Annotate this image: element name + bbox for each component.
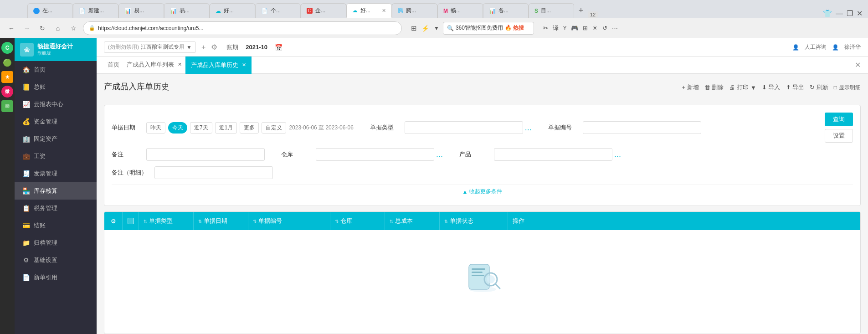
back-btn[interactable]: ← [5,22,17,34]
sidebar-item-salary[interactable]: 💼 工资 [15,148,97,165]
more-icon[interactable]: ⋯ [612,25,618,31]
tab-ge2[interactable]: 📊 各... [483,3,529,18]
icon-bar-mail[interactable]: ✉ [1,100,13,112]
home-btn[interactable]: ⌂ [52,22,64,34]
query-btn[interactable]: 查询 [825,113,853,126]
delete-btn[interactable]: 🗑 删除 [704,83,724,92]
sidebar-item-fixed-asset[interactable]: 🏢 固定资产 [15,130,97,148]
warehouse-input[interactable] [316,148,434,161]
reload-btn[interactable]: ↻ [36,22,48,34]
refresh2-icon[interactable]: ↺ [602,25,607,31]
new-tab-btn[interactable]: + [574,3,588,18]
th-gear[interactable]: ⚙ [104,212,123,230]
th-doc-date[interactable]: ⇅ 单据日期 [194,212,248,230]
tab-ge[interactable]: 📄 个... [255,3,301,18]
calendar-icon[interactable]: 📅 [275,44,282,51]
minimize-btn[interactable]: — [836,10,843,18]
lightning-icon[interactable]: ⚡ [421,25,429,32]
sidebar-item-fund[interactable]: 💰 资金管理 [15,113,97,130]
print-dropdown-icon[interactable]: ▼ [750,84,756,91]
refresh-btn[interactable]: ↻ 刷新 [810,83,828,92]
date-btn-custom[interactable]: 自定义 [262,122,286,134]
collapse-filter-btn[interactable]: ▲ 收起更多条件 [112,185,853,198]
add-btn[interactable]: + 新增 [682,83,699,92]
th-doc-status[interactable]: ⇅ 单据状态 [440,212,508,230]
company-selector[interactable]: (勿删勿禁用) 江西酿宝测试专用 ▼ [104,41,196,53]
tab-new[interactable]: 📄 新建... [73,3,118,18]
tab-hao1[interactable]: ☁ 好... [210,3,255,18]
tab-qi[interactable]: C 企... [301,3,346,18]
sidebar-item-home[interactable]: 🏠 首页 [15,61,97,78]
doc-no-input[interactable] [583,121,701,134]
breadcrumb-home[interactable]: 首页 [104,57,123,74]
product-dots[interactable]: ... [614,150,621,159]
tab-chang[interactable]: M 畅... [437,3,483,18]
breadcrumb-history[interactable]: 产成品入库单历史 ✕ [185,57,252,74]
date-btn-today[interactable]: 今天 [168,122,187,134]
product-input[interactable] [494,148,612,161]
show-cols-checkbox[interactable]: □ [834,84,837,91]
top-settings-btn[interactable]: ⚙ [211,43,217,51]
th-total-cost[interactable]: ⇅ 总成本 [385,212,440,230]
sidebar-item-settings[interactable]: ⚙ 基础设置 [15,252,97,269]
date-btn-7days[interactable]: 近7天 [190,122,212,134]
search-bar[interactable]: 🔍 360智能抠图免费用 🔥 热搜 [443,22,534,35]
date-btn-yesterday[interactable]: 昨天 [146,122,165,134]
tab-yi1[interactable]: 📊 易... [118,3,164,18]
set-btn[interactable]: 设置 [825,129,853,143]
icon-bar-weibo[interactable]: 微 [1,86,13,98]
export-btn[interactable]: ⬆ 导出 [786,83,805,92]
sidebar-item-settlement[interactable]: 💳 结账 [15,217,97,234]
date-btn-more[interactable]: 更多 [240,122,259,134]
sidebar-item-cloud-report[interactable]: 📈 云报表中心 [15,96,97,113]
translate-icon[interactable]: 译 [553,24,559,32]
ai-consult-label[interactable]: 人工咨询 [805,43,827,51]
maximize-btn[interactable]: ❐ [847,9,853,18]
th-doc-no[interactable]: ⇅ 单据编号 [248,212,330,230]
sidebar-item-tax[interactable]: 📋 税务管理 [15,200,97,217]
list-tab-close[interactable]: ✕ [178,62,182,67]
warehouse-dots[interactable]: ... [436,150,443,159]
scissors-icon[interactable]: ✂ [543,25,548,31]
tab-count[interactable]: 12 [588,11,598,18]
sidebar-item-invoice[interactable]: 🧾 发票管理 [15,165,97,182]
tab-yi2[interactable]: 📊 易... [164,3,210,18]
icon-bar-star[interactable]: ★ [1,71,13,83]
th-checkbox[interactable] [123,212,139,230]
import-btn[interactable]: ⬇ 导入 [762,83,781,92]
grid-icon[interactable]: ⊞ [411,24,417,32]
th-warehouse[interactable]: ⇅ 仓库 [330,212,385,230]
note-input[interactable] [146,148,265,161]
apps-icon[interactable]: ⊞ [583,25,588,31]
sidebar-item-archive[interactable]: 📁 归档管理 [15,234,97,252]
game-icon[interactable]: 🎮 [571,25,578,31]
icon-bar-chanjet[interactable]: 🟢 [1,57,13,68]
dropdown-icon[interactable]: ▼ [434,25,439,31]
breadcrumb-list[interactable]: 产成品入库单列表 ✕ [123,57,185,74]
header-checkbox[interactable] [128,218,134,224]
tab-hao2-active[interactable]: ☁ 好... ✕ [346,3,392,18]
close-browser-btn[interactable]: ✕ [857,9,863,18]
icon-bar-logo[interactable]: C [1,42,13,54]
url-bar[interactable]: 🔒 https://cloud.chanjet.com/accounting/u… [83,21,402,35]
th-doc-type[interactable]: ⇅ 单据类型 [139,212,194,230]
detail-note-input[interactable] [154,166,273,179]
forward-btn[interactable]: → [21,22,33,34]
close-panel-btn[interactable]: ✕ [855,61,861,69]
date-btn-1month[interactable]: 近1月 [215,122,237,134]
sidebar-item-new-doc[interactable]: 📄 新单引用 [15,269,97,286]
sun-icon[interactable]: ☀ [592,25,598,31]
tab-close-btn[interactable]: ✕ [382,8,386,14]
sidebar-item-inventory[interactable]: 🏪 库存核算 [15,182,97,200]
show-cols-toggle[interactable]: □ 显示明细 [834,84,861,92]
tab-mu[interactable]: S 目... [529,3,574,18]
history-tab-close[interactable]: ✕ [242,62,246,68]
add-company-btn[interactable]: + [201,43,205,51]
tab-zaitian[interactable]: 在... [27,3,73,18]
doc-type-dots[interactable]: ... [525,123,532,133]
print-btn[interactable]: 🖨 打印 ▼ [729,83,756,92]
tab-teng[interactable]: 腾 腾... [392,3,437,18]
bookmark-btn[interactable]: ☆ [67,22,79,34]
sidebar-item-ledger[interactable]: 📒 总账 [15,78,97,96]
yuan-icon[interactable]: ¥ [563,25,566,31]
